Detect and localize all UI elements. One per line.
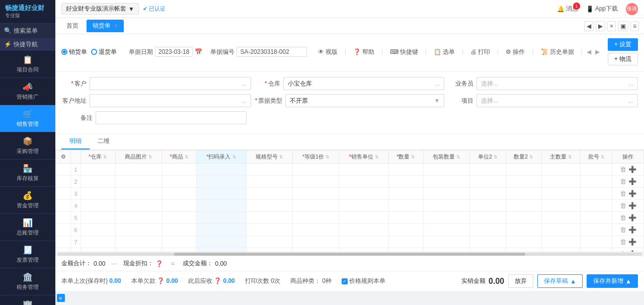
delete-row-icon[interactable]: 🗑: [620, 202, 626, 209]
cell-scan[interactable]: [197, 212, 247, 224]
salesman-input[interactable]: 选择... ...: [476, 77, 638, 90]
cell-product-img[interactable]: [115, 176, 162, 188]
cell-spec[interactable]: [246, 212, 293, 224]
cell-qty[interactable]: [389, 236, 424, 248]
shortcut-btn[interactable]: ⌨ 快捷键: [387, 47, 421, 57]
cell-batch-no[interactable]: [581, 164, 612, 176]
cell-sales-unit[interactable]: [339, 200, 389, 212]
customer-input[interactable]: ...: [90, 77, 251, 90]
chevron-left-icon[interactable]: ◀: [587, 48, 591, 55]
cell-sales-unit[interactable]: [339, 164, 389, 176]
address-input[interactable]: ...: [90, 94, 251, 107]
cell-price[interactable]: [293, 236, 339, 248]
view-version-btn[interactable]: 👁 视版: [315, 47, 341, 57]
cell-qty[interactable]: [389, 200, 424, 212]
cell-product[interactable]: [162, 212, 197, 224]
sidebar-item-assets[interactable]: 🏢 固定资产: [0, 295, 55, 305]
help-btn[interactable]: ❓ 帮助: [350, 47, 377, 57]
cell-warehouse[interactable]: [81, 248, 116, 252]
cell-scan[interactable]: [197, 236, 247, 248]
tab-detail[interactable]: 明细: [61, 134, 90, 149]
select-order-btn[interactable]: 📋 选单: [431, 47, 458, 57]
cell-product-img[interactable]: [115, 164, 162, 176]
cell-product-img[interactable]: [115, 188, 162, 200]
add-row-icon[interactable]: ➕: [628, 238, 636, 246]
sidebar-item-marketing[interactable]: 📣 营销推广: [0, 78, 55, 105]
cell-main-qty[interactable]: [541, 248, 581, 252]
save-draft-btn[interactable]: 保存草稿 ▲: [537, 274, 583, 288]
remarks-input[interactable]: [96, 111, 247, 124]
cell-qty[interactable]: [389, 188, 424, 200]
cell-price[interactable]: [293, 248, 339, 252]
cell-price[interactable]: [293, 212, 339, 224]
cell-product[interactable]: [162, 164, 197, 176]
th-qty[interactable]: *数量 ⇅: [389, 150, 424, 164]
cell-spec[interactable]: [246, 188, 293, 200]
add-row-icon[interactable]: ➕: [628, 214, 636, 221]
cell-pkg-qty[interactable]: [423, 248, 470, 252]
cell-main-qty[interactable]: [541, 212, 581, 224]
cell-sales-unit[interactable]: [339, 176, 389, 188]
cell-qty[interactable]: [389, 164, 424, 176]
th-warehouse[interactable]: *仓库 ⇅: [81, 150, 116, 164]
history-order-btn[interactable]: 📜 历史单据: [538, 47, 577, 57]
cell-main-qty[interactable]: [541, 200, 581, 212]
cell-qty2[interactable]: [506, 176, 541, 188]
cell-price[interactable]: [293, 164, 339, 176]
tab-sales-order[interactable]: 销货单 ×: [87, 20, 124, 32]
cell-price[interactable]: [293, 176, 339, 188]
cell-unit2[interactable]: [470, 248, 506, 252]
cell-product-img[interactable]: [115, 200, 162, 212]
cell-sales-unit[interactable]: [339, 236, 389, 248]
message-btn[interactable]: 🔔 消息 1: [557, 5, 578, 13]
sidebar-item-quick-nav[interactable]: ⚡ 快捷导航: [0, 38, 55, 51]
cell-qty2[interactable]: [506, 224, 541, 236]
th-spec[interactable]: 规格型号 ⇅: [246, 150, 293, 164]
cell-scan[interactable]: [197, 164, 247, 176]
cell-sales-unit[interactable]: [339, 224, 389, 236]
add-row-icon[interactable]: ➕: [628, 226, 636, 234]
cell-qty2[interactable]: [506, 248, 541, 252]
delete-row-icon[interactable]: 🗑: [620, 190, 626, 197]
cell-product-img[interactable]: [115, 236, 162, 248]
radio-sales-order[interactable]: 销货单: [61, 48, 87, 56]
cell-main-qty[interactable]: [541, 164, 581, 176]
cell-qty[interactable]: [389, 212, 424, 224]
add-row-icon[interactable]: ➕: [628, 202, 636, 209]
cell-product[interactable]: [162, 236, 197, 248]
delete-row-icon[interactable]: 🗑: [620, 214, 626, 221]
cell-scan[interactable]: [197, 188, 247, 200]
cell-batch-no[interactable]: [581, 212, 612, 224]
tab-next-btn[interactable]: ▶: [596, 21, 605, 31]
cell-unit2[interactable]: [470, 188, 506, 200]
cell-qty2[interactable]: [506, 236, 541, 248]
save-new-btn[interactable]: 保存并新增 ▲: [587, 274, 638, 288]
cell-batch-no[interactable]: [581, 224, 612, 236]
right-panel-active-btn[interactable]: ≡: [57, 294, 65, 302]
cell-product[interactable]: [162, 188, 197, 200]
cell-pkg-qty[interactable]: [423, 176, 470, 188]
th-unit2[interactable]: 单位2 ⇅: [470, 150, 506, 164]
cell-sales-unit[interactable]: [339, 188, 389, 200]
th-product-img[interactable]: 商品图片 ⇅: [115, 150, 162, 164]
delete-row-icon[interactable]: 🗑: [620, 238, 626, 246]
cell-qty[interactable]: [389, 248, 424, 252]
cell-scan[interactable]: [197, 176, 247, 188]
cell-price[interactable]: [293, 188, 339, 200]
horizontal-scrollbar[interactable]: [55, 252, 644, 256]
add-row-icon[interactable]: ➕: [628, 178, 636, 185]
cell-product-img[interactable]: [115, 212, 162, 224]
cell-main-qty[interactable]: [541, 188, 581, 200]
cell-batch-no[interactable]: [581, 248, 612, 252]
sidebar-item-search[interactable]: 🔍 搜索菜单: [0, 24, 55, 38]
cell-qty[interactable]: [389, 224, 424, 236]
add-row-icon[interactable]: ➕: [628, 190, 636, 197]
user-profile-btn[interactable]: 珠珠: [626, 3, 638, 15]
cell-spec[interactable]: [246, 224, 293, 236]
cell-warehouse[interactable]: [81, 164, 116, 176]
cell-product[interactable]: [162, 248, 197, 252]
cell-product-img[interactable]: [115, 248, 162, 252]
tab-view-list-btn[interactable]: ≡: [630, 21, 639, 31]
tab-view-grid-btn[interactable]: ▣: [618, 21, 628, 31]
tab-close-all-btn[interactable]: ×: [607, 21, 616, 31]
